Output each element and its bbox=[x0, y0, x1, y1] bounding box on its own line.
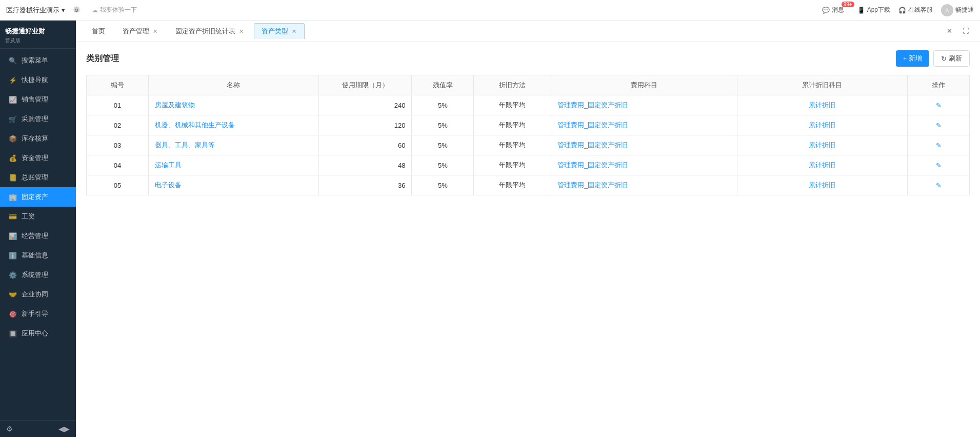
row-expense: 管理费用_固定资产折旧 bbox=[551, 175, 737, 195]
app-name: 畅捷通好业财 bbox=[5, 27, 71, 36]
row-expense: 管理费用_固定资产折旧 bbox=[551, 155, 737, 175]
message-label: 消息 bbox=[832, 6, 844, 14]
app-center-icon: 🔲 bbox=[8, 329, 17, 338]
sidebar-label-quick-nav: 快捷导航 bbox=[22, 75, 48, 85]
row-code: 02 bbox=[87, 115, 149, 135]
row-name: 运输工具 bbox=[148, 155, 318, 175]
refresh-button[interactable]: ↻ 刷新 bbox=[933, 50, 970, 67]
phone-icon: 📱 bbox=[857, 7, 865, 14]
row-action[interactable]: ✎ bbox=[908, 175, 970, 195]
tab-close-fixed-depr[interactable]: ✕ bbox=[238, 28, 244, 35]
message-button[interactable]: 💬 消息 99+ bbox=[822, 6, 849, 14]
table-row: 03器具、工具、家具等605%年限平均管理费用_固定资产折旧累计折旧✎ bbox=[87, 135, 970, 155]
sidebar-footer: ⚙ ◀▶ bbox=[0, 420, 76, 437]
message-icon: 💬 bbox=[822, 7, 830, 14]
page-content: 类别管理 + 新增 ↻ 刷新 编号名称使用期限（月）残值率折旧方法费用科目累计折… bbox=[76, 42, 980, 437]
maximize-icon[interactable]: ⛶ bbox=[959, 25, 972, 37]
sidebar-item-sales[interactable]: 📈 销售管理 bbox=[0, 90, 76, 109]
col-header: 残值率 bbox=[412, 75, 474, 95]
sidebar-item-finance[interactable]: 💰 资金管理 bbox=[0, 148, 76, 168]
sidebar-item-guide[interactable]: 🎯 新手引导 bbox=[0, 304, 76, 324]
basic-info-icon: ℹ️ bbox=[8, 251, 17, 260]
tab-close-asset-mgmt[interactable]: ✕ bbox=[152, 28, 158, 35]
close-tab-icon[interactable]: ✕ bbox=[943, 25, 955, 37]
sidebar: 畅捷通好业财 普及版 🔍 搜索菜单 ⚡ 快捷导航 📈 销售管理 🛒 采购管理 📦… bbox=[0, 21, 76, 437]
row-salvage: 5% bbox=[412, 155, 474, 175]
col-header: 名称 bbox=[148, 75, 318, 95]
row-method: 年限平均 bbox=[474, 95, 551, 115]
row-salvage: 5% bbox=[412, 95, 474, 115]
finance-icon: 💰 bbox=[8, 153, 17, 163]
salary-icon: 💳 bbox=[8, 212, 17, 221]
dropdown-icon: ▾ bbox=[62, 6, 65, 14]
fixed-assets-icon: 🏢 bbox=[8, 192, 17, 202]
sidebar-item-search[interactable]: 🔍 搜索菜单 bbox=[0, 51, 76, 70]
settings-footer-icon[interactable]: ⚙ bbox=[6, 425, 13, 433]
row-action[interactable]: ✎ bbox=[908, 115, 970, 135]
username: 畅捷通 bbox=[955, 6, 974, 14]
sidebar-item-inventory[interactable]: 📦 库存核算 bbox=[0, 129, 76, 148]
tab-fixed-depr[interactable]: 固定资产折旧统计表✕ bbox=[168, 23, 252, 39]
user-menu[interactable]: 人 畅捷通 bbox=[941, 4, 974, 16]
sidebar-item-ledger[interactable]: 📒 总账管理 bbox=[0, 168, 76, 187]
sidebar-item-basic-info[interactable]: ℹ️ 基础信息 bbox=[0, 246, 76, 265]
tab-asset-type[interactable]: 资产类型✕ bbox=[254, 23, 305, 39]
sidebar-item-operations[interactable]: 📊 经营管理 bbox=[0, 226, 76, 246]
sidebar-label-operations: 经营管理 bbox=[22, 231, 48, 241]
row-action[interactable]: ✎ bbox=[908, 135, 970, 155]
tabbar: 首页资产管理✕固定资产折旧统计表✕资产类型✕ ✕ ⛶ bbox=[76, 21, 980, 42]
sidebar-label-purchase: 采购管理 bbox=[22, 114, 48, 124]
new-button[interactable]: + 新增 bbox=[896, 50, 929, 67]
tab-label-asset-type: 资产类型 bbox=[262, 27, 288, 36]
tab-home[interactable]: 首页 bbox=[84, 23, 113, 39]
project-name: 医疗器械行业演示 bbox=[6, 6, 59, 15]
topbar: 医疗器械行业演示 ▾ ☁ 我要体验一下 💬 消息 99+ 📱 App下载 🎧 在… bbox=[0, 0, 980, 21]
sidebar-item-purchase[interactable]: 🛒 采购管理 bbox=[0, 109, 76, 129]
row-action[interactable]: ✎ bbox=[908, 95, 970, 115]
row-expense: 管理费用_固定资产折旧 bbox=[551, 115, 737, 135]
sales-icon: 📈 bbox=[8, 95, 17, 104]
sidebar-label-sales: 销售管理 bbox=[22, 95, 48, 104]
tab-label-fixed-depr: 固定资产折旧统计表 bbox=[175, 27, 235, 36]
row-expense: 管理费用_固定资产折旧 bbox=[551, 95, 737, 115]
page-title: 类别管理 bbox=[86, 53, 119, 64]
collapse-icon[interactable]: ◀▶ bbox=[58, 425, 70, 433]
tab-asset-mgmt[interactable]: 资产管理✕ bbox=[115, 23, 166, 39]
tab-close-asset-type[interactable]: ✕ bbox=[291, 28, 297, 35]
sidebar-label-fixed-assets: 固定资产 bbox=[22, 192, 48, 202]
sidebar-label-inventory: 库存核算 bbox=[22, 134, 48, 143]
sidebar-item-fixed-assets[interactable]: 🏢 固定资产 bbox=[0, 187, 76, 207]
cooperation-icon: 🤝 bbox=[8, 290, 17, 299]
row-code: 01 bbox=[87, 95, 149, 115]
project-selector[interactable]: 医疗器械行业演示 ▾ bbox=[6, 6, 65, 15]
online-service-button[interactable]: 🎧 在线客服 bbox=[898, 6, 933, 14]
inventory-icon: 📦 bbox=[8, 134, 17, 143]
table-row: 04运输工具485%年限平均管理费用_固定资产折旧累计折旧✎ bbox=[87, 155, 970, 175]
sidebar-label-search: 搜索菜单 bbox=[22, 56, 48, 65]
table-row: 02机器、机械和其他生产设备1205%年限平均管理费用_固定资产折旧累计折旧✎ bbox=[87, 115, 970, 135]
app-version: 普及版 bbox=[5, 37, 71, 44]
row-period: 48 bbox=[319, 155, 412, 175]
trial-button[interactable]: ☁ 我要体验一下 bbox=[92, 6, 137, 14]
row-code: 03 bbox=[87, 135, 149, 155]
row-period: 240 bbox=[319, 95, 412, 115]
row-accum: 累计折旧 bbox=[737, 115, 907, 135]
row-action[interactable]: ✎ bbox=[908, 155, 970, 175]
row-salvage: 5% bbox=[412, 175, 474, 195]
row-expense: 管理费用_固定资产折旧 bbox=[551, 135, 737, 155]
sidebar-label-finance: 资金管理 bbox=[22, 153, 48, 163]
app-download-button[interactable]: 📱 App下载 bbox=[857, 6, 890, 14]
row-method: 年限平均 bbox=[474, 155, 551, 175]
row-method: 年限平均 bbox=[474, 115, 551, 135]
sidebar-item-cooperation[interactable]: 🤝 企业协同 bbox=[0, 285, 76, 304]
sidebar-label-cooperation: 企业协同 bbox=[22, 290, 48, 299]
sidebar-item-quick-nav[interactable]: ⚡ 快捷导航 bbox=[0, 70, 76, 90]
content-area: 首页资产管理✕固定资产折旧统计表✕资产类型✕ ✕ ⛶ 类别管理 + 新增 ↻ 刷… bbox=[76, 21, 980, 437]
sidebar-item-system[interactable]: ⚙️ 系统管理 bbox=[0, 265, 76, 285]
sidebar-item-app-center[interactable]: 🔲 应用中心 bbox=[0, 324, 76, 343]
topbar-right: 💬 消息 99+ 📱 App下载 🎧 在线客服 人 畅捷通 bbox=[822, 4, 974, 16]
settings-icon[interactable] bbox=[69, 3, 84, 17]
sidebar-item-salary[interactable]: 💳 工资 bbox=[0, 207, 76, 226]
row-period: 120 bbox=[319, 115, 412, 135]
system-icon: ⚙️ bbox=[8, 270, 17, 280]
